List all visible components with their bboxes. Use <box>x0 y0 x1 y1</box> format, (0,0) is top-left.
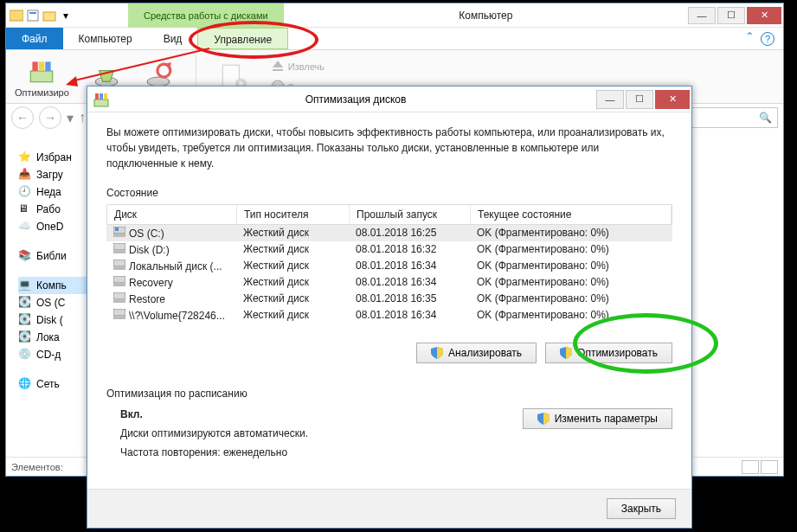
svg-rect-35 <box>113 300 125 303</box>
tab-view[interactable]: Вид <box>148 28 198 49</box>
svg-rect-1 <box>28 10 38 21</box>
svg-rect-4 <box>31 71 54 82</box>
drive-icon: 💽 <box>18 296 32 310</box>
drive-icon <box>113 309 125 322</box>
minimize-button[interactable]: — <box>688 7 716 24</box>
props-icon[interactable] <box>26 9 40 22</box>
svg-rect-37 <box>113 317 125 319</box>
network-icon: 🌐 <box>18 377 32 391</box>
disk-row[interactable]: \\?\Volume{728246...Жесткий диск08.01.20… <box>106 307 672 324</box>
disk-row[interactable]: RecoveryЖесткий диск08.01.2018 16:34OK (… <box>106 274 672 291</box>
svg-rect-16 <box>273 69 283 71</box>
shield-icon <box>431 347 443 359</box>
new-folder-icon[interactable] <box>42 9 56 22</box>
svg-point-9 <box>147 77 170 87</box>
optimizer-title: Оптимизация дисков <box>115 93 596 106</box>
close-button[interactable]: ✕ <box>747 7 781 24</box>
disk-row[interactable]: RestoreЖесткий диск08.01.2018 16:35OK (Ф… <box>106 291 672 307</box>
state-label: Состояние <box>106 187 672 199</box>
ribbon-optimize[interactable]: Оптимизиро <box>15 56 69 98</box>
optimize-button[interactable]: Оптимизировать <box>545 343 672 363</box>
drive-icon <box>113 276 125 289</box>
contextual-tab-label: Средства работы с дисками <box>128 3 284 28</box>
drive-icon <box>113 292 125 305</box>
col-last[interactable]: Прошлый запуск <box>350 205 471 224</box>
svg-rect-30 <box>113 260 125 266</box>
drive-icon <box>113 227 125 240</box>
disk-last: 08.01.2018 16:32 <box>349 241 470 258</box>
svg-rect-2 <box>29 12 36 14</box>
drive-icon <box>113 243 125 256</box>
col-current[interactable]: Текущее состояние <box>471 205 672 224</box>
svg-rect-26 <box>115 228 119 231</box>
svg-marker-15 <box>273 61 283 67</box>
change-settings-button[interactable]: Изменить параметры <box>523 408 672 429</box>
nav-history-icon[interactable]: ▾ <box>67 110 74 126</box>
dialog-close[interactable]: ✕ <box>655 90 690 109</box>
svg-rect-34 <box>113 292 125 299</box>
disk-media: Жесткий диск <box>236 291 349 307</box>
tab-manage[interactable]: Управление <box>197 28 288 49</box>
help-icon[interactable]: ? <box>761 32 775 46</box>
dialog-minimize[interactable]: — <box>596 90 624 109</box>
nav-back[interactable]: ← <box>11 106 34 129</box>
svg-rect-27 <box>113 234 125 237</box>
recent-icon: 🕘 <box>18 185 32 199</box>
search-icon: 🔍 <box>759 112 772 124</box>
svg-rect-33 <box>113 284 125 286</box>
view-details-button[interactable] <box>742 460 759 474</box>
view-icons-button[interactable] <box>761 460 778 474</box>
col-media[interactable]: Тип носителя <box>237 205 350 224</box>
nav-forward[interactable]: → <box>39 106 61 129</box>
disk-name: OS (C:) <box>129 228 164 240</box>
disk-last: 08.01.2018 16:25 <box>349 225 470 241</box>
qat-dropdown-icon[interactable]: ▾ <box>59 9 73 22</box>
disk-last: 08.01.2018 16:35 <box>349 291 470 307</box>
schedule-on: Вкл. <box>120 408 523 420</box>
explorer-titlebar: ▾ Средства работы с дисками Компьютер — … <box>6 3 783 28</box>
optimizer-dialog: Оптимизация дисков — ☐ ✕ Вы можете оптим… <box>87 86 692 529</box>
disk-media: Жесткий диск <box>236 258 349 274</box>
svg-rect-29 <box>113 251 125 253</box>
tab-computer[interactable]: Компьютер <box>63 28 148 49</box>
dialog-footer: Закрыть <box>87 489 691 528</box>
disk-row[interactable]: OS (C:)Жесткий диск08.01.2018 16:25OK (Ф… <box>106 225 672 241</box>
drive-icon: 💽 <box>18 330 32 344</box>
disk-name: Restore <box>129 293 165 305</box>
libraries-icon: 📚 <box>18 249 32 263</box>
disk-media: Жесткий диск <box>236 307 349 324</box>
star-icon: ⭐ <box>18 151 32 164</box>
computer-icon: 💻 <box>18 279 32 292</box>
disk-media: Жесткий диск <box>236 241 349 258</box>
ribbon-collapse-icon[interactable]: ˆ <box>748 31 752 47</box>
svg-rect-28 <box>113 243 125 250</box>
nav-up-icon[interactable]: ↑ <box>79 110 86 125</box>
disk-last: 08.01.2018 16:34 <box>349 274 470 291</box>
svg-rect-31 <box>113 267 125 270</box>
optimizer-icon <box>93 91 110 108</box>
close-button[interactable]: Закрыть <box>607 498 676 519</box>
ribbon-extract: Извлечь <box>271 59 370 74</box>
ribbon-optimize-label: Оптимизиро <box>15 87 69 98</box>
disk-row[interactable]: Disk (D:)Жесткий диск08.01.2018 16:32OK … <box>106 241 672 258</box>
disk-last: 08.01.2018 16:34 <box>349 258 470 274</box>
disk-row[interactable]: Локальный диск (...Жесткий диск08.01.201… <box>106 258 672 274</box>
quick-access-toolbar: ▾ <box>6 9 76 22</box>
dialog-maximize[interactable]: ☐ <box>626 90 653 109</box>
disk-status: OK (Фрагментировано: 0%) <box>470 241 672 258</box>
disk-status: OK (Фрагментировано: 0%) <box>470 225 672 241</box>
col-disk[interactable]: Диск <box>107 205 237 224</box>
svg-rect-0 <box>10 10 23 21</box>
shield-icon <box>537 413 550 425</box>
analyze-button[interactable]: Анализировать <box>416 343 537 363</box>
tab-file[interactable]: Файл <box>6 28 63 49</box>
svg-rect-23 <box>100 93 103 99</box>
disk-list: OS (C:)Жесткий диск08.01.2018 16:25OK (Ф… <box>106 225 672 324</box>
optimize-label: Оптимизировать <box>577 347 658 359</box>
disk-name: Disk (D:) <box>129 244 170 256</box>
schedule-label: Оптимизация по расписанию <box>106 388 672 400</box>
drive-icon <box>113 260 125 272</box>
disk-name: Локальный диск (... <box>129 260 222 272</box>
optimizer-description: Вы можете оптимизировать диски, чтобы по… <box>106 125 672 171</box>
maximize-button[interactable]: ☐ <box>717 7 745 24</box>
